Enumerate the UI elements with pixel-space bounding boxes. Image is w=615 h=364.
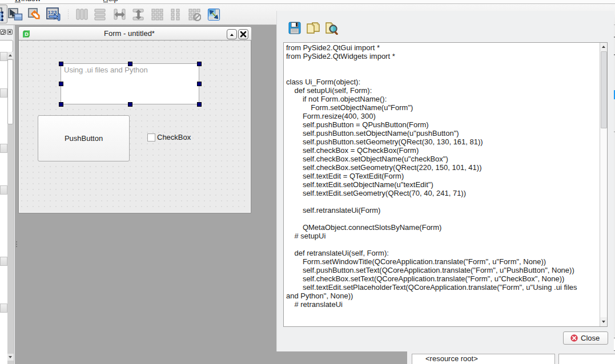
svg-text:123: 123 bbox=[48, 9, 57, 15]
